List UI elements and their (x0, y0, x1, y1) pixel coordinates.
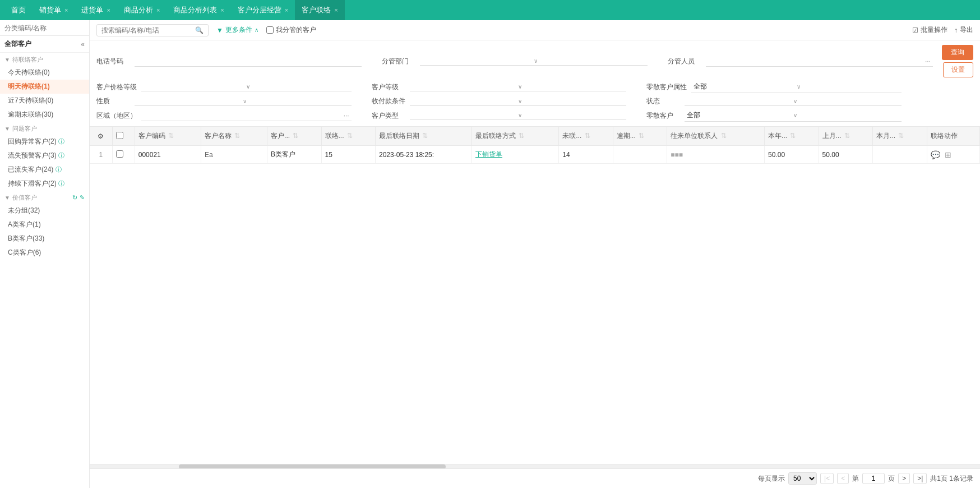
sidebar-item-repurchase-anomaly[interactable]: 回购异常客户(2) ⓘ (0, 135, 89, 149)
toolbar-search-input[interactable] (101, 26, 195, 34)
table-header-name[interactable]: 客户名称 ⇅ (201, 127, 267, 146)
nav-product-analysis[interactable]: 商品分析 × (117, 0, 167, 20)
table-header-checkbox[interactable] (112, 127, 135, 146)
collapse-icon[interactable]: « (81, 40, 85, 48)
table-header-row: ⚙ 客户编码 ⇅ 客户名称 ⇅ 客户... ⇅ 联络... ⇅ 最后联络日期 ⇅… (90, 127, 980, 146)
nav-close-icon[interactable]: × (220, 7, 224, 13)
sidebar-item-declining[interactable]: 持续下滑客户(2) ⓘ (0, 177, 89, 191)
table-header-code[interactable]: 客户编码 ⇅ (135, 127, 201, 146)
nav-sales-order[interactable]: 销货单 × (33, 0, 75, 20)
filter-payment-label: 收付款条件 (372, 96, 405, 106)
prev-page-btn[interactable]: < (837, 473, 849, 484)
filter-more-btn[interactable]: ▼ 更多条件 ∧ (213, 24, 262, 36)
sidebar-item-overdue[interactable]: 逾期未联络(30) (0, 108, 89, 122)
table-header-last-method[interactable]: 最后联络方式 ⇅ (471, 127, 558, 146)
nav-close-icon[interactable]: × (334, 7, 338, 13)
my-customers-check[interactable] (266, 26, 274, 34)
first-page-btn[interactable]: |< (820, 473, 834, 484)
chevron-down-icon: ∨ (793, 98, 899, 104)
sidebar-item-ungrouped[interactable]: 未分组(32) (0, 204, 89, 218)
table-header-current-year[interactable]: 本年... ⇅ (765, 127, 819, 146)
toolbar-search-icon[interactable]: 🔍 (195, 26, 204, 34)
top-nav: 首页 销货单 × 进货单 × 商品分析 × 商品分析列表 × 客户分层经营 × … (0, 0, 980, 20)
row-checkbox[interactable] (112, 146, 135, 164)
table-header-overdue[interactable]: 逾期... ⇅ (613, 127, 667, 146)
filter-person-label: 分管人员 (668, 57, 701, 66)
query-btn[interactable]: 查询 (942, 45, 973, 60)
chevron-down-icon: ∨ (534, 58, 645, 64)
row-last-method[interactable]: 下销货单 (471, 146, 558, 164)
table-header-last-month[interactable]: 上月... ⇅ (819, 127, 872, 146)
nav-customer-segment[interactable]: 客户分层经营 × (231, 0, 295, 20)
filter-customer-type: 客户类型 ∨ (372, 111, 627, 121)
filter-dept-select[interactable]: ∨ (420, 57, 647, 66)
filter-status-select[interactable]: ∨ (685, 97, 902, 106)
edit-icon[interactable]: ✎ (80, 194, 85, 201)
nav-purchase-order[interactable]: 进货单 × (75, 0, 117, 20)
arrow-icon: ▼ (4, 126, 10, 132)
export-icon: ↑ (954, 26, 958, 34)
page-input[interactable] (862, 473, 885, 484)
grid-icon[interactable]: ⊞ (945, 150, 951, 159)
sidebar-item-churned[interactable]: 已流失客户(24) ⓘ (0, 163, 89, 177)
sidebar-group-pending: ▼ 待联络客户 (0, 53, 89, 66)
next-page-btn[interactable]: > (898, 473, 910, 484)
sidebar-group-problem: ▼ 问题客户 (0, 122, 89, 135)
sidebar-search-input[interactable] (4, 24, 89, 32)
page-label: 第 (852, 474, 859, 484)
all-customers-header[interactable]: 全部客户 « (0, 36, 89, 53)
nav-product-analysis-list[interactable]: 商品分析列表 × (167, 0, 230, 20)
nav-close-icon[interactable]: × (285, 7, 288, 13)
sort-icon: ⇅ (168, 132, 174, 140)
sidebar-item-today[interactable]: 今天待联络(0) (0, 66, 89, 80)
nav-home[interactable]: 首页 (4, 0, 33, 20)
table-header-current-month[interactable]: 本月... ⇅ (873, 127, 927, 146)
sidebar-item-a-class[interactable]: A类客户(1) (0, 218, 89, 232)
ellipsis-icon[interactable]: ··· (344, 112, 349, 119)
filter-customer-level: 客户等级 ∨ (372, 82, 627, 92)
last-page-btn[interactable]: >| (913, 473, 927, 484)
row-code: 000021 (135, 146, 201, 164)
sidebar-item-c-class[interactable]: C类客户(6) (0, 246, 89, 260)
sidebar-item-b-class[interactable]: B类客户(33) (0, 232, 89, 246)
table-header-gear[interactable]: ⚙ (90, 127, 112, 146)
table-header-unit-contact[interactable]: 往来单位联系人 ⇅ (667, 127, 765, 146)
row-select-checkbox[interactable] (116, 150, 123, 158)
my-customers-checkbox[interactable]: 我分管的客户 (266, 25, 316, 35)
filter-customer-level-select[interactable]: ∨ (410, 82, 627, 91)
table-row: 1 000021 Ea B类客户 15 2023-05-23 18:25: 下销… (90, 146, 980, 164)
settings-btn[interactable]: 设置 (943, 62, 973, 77)
message-icon[interactable]: 💬 (931, 150, 940, 159)
sort-icon: ⇅ (293, 132, 298, 140)
refresh-icon[interactable]: ↻ (72, 194, 77, 201)
last-method-link[interactable]: 下销货单 (475, 150, 502, 158)
table-header-type[interactable]: 客户... ⇅ (267, 127, 321, 146)
filter-retail-select[interactable]: 全部 ∨ (685, 109, 902, 122)
sidebar-item-7days[interactable]: 近7天待联络(0) (0, 94, 89, 108)
ellipsis-icon[interactable]: ··· (925, 57, 931, 65)
sidebar-item-tomorrow[interactable]: 明天待联络(1) (0, 80, 89, 94)
nav-close-icon[interactable]: × (156, 7, 160, 13)
table-container: ⚙ 客户编码 ⇅ 客户名称 ⇅ 客户... ⇅ 联络... ⇅ 最后联络日期 ⇅… (90, 127, 980, 464)
export-btn[interactable]: ↑ 导出 (954, 25, 973, 35)
filter-nature-select[interactable]: ∨ (135, 97, 352, 106)
filter-phone-input[interactable] (135, 56, 362, 67)
filter-payment-select[interactable]: ∨ (410, 97, 627, 106)
nav-close-icon[interactable]: × (107, 7, 110, 13)
nav-customer-contact[interactable]: 客户联络 × (295, 0, 344, 20)
nav-close-icon[interactable]: × (64, 7, 68, 13)
sort-icon: ⇅ (790, 132, 796, 140)
filter-status-label: 状态 (646, 96, 680, 106)
table-header-contact-count[interactable]: 联络... ⇅ (321, 127, 375, 146)
sidebar-item-churn-warning[interactable]: 流失预警客户(3) ⓘ (0, 149, 89, 163)
filter-price-level-select[interactable]: ∨ (141, 82, 352, 91)
per-page-select[interactable]: 50 100 200 (788, 472, 817, 485)
batch-op-btn[interactable]: ☑ 批量操作 (912, 25, 947, 35)
filter-retail-attr-select[interactable]: 全部 ∨ (691, 81, 902, 93)
sort-icon: ⇅ (639, 132, 644, 140)
row-contact-count: 15 (321, 146, 375, 164)
table-header-last-date[interactable]: 最后联络日期 ⇅ (376, 127, 472, 146)
filter-customer-type-select[interactable]: ∨ (410, 111, 627, 120)
table-header-uncontacted[interactable]: 未联... ⇅ (559, 127, 613, 146)
select-all-checkbox[interactable] (116, 132, 123, 139)
